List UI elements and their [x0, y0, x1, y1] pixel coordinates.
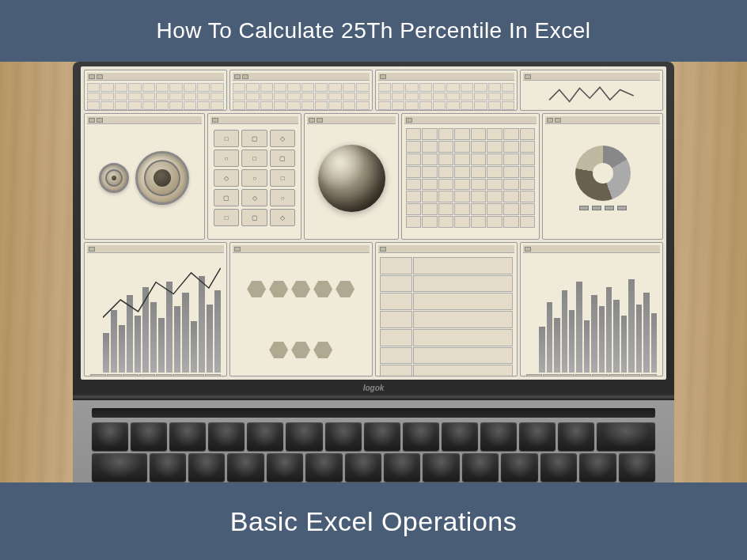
dial-panel	[84, 113, 205, 240]
donut-chart-panel	[542, 113, 663, 240]
top-banner: How To Calculate 25Th Percentile In Exce…	[0, 0, 747, 62]
gauge-dial-icon	[99, 163, 129, 193]
category-title: Basic Excel Operations	[230, 506, 518, 537]
bar-chart-panel	[520, 242, 663, 376]
globe-panel	[304, 113, 398, 240]
dashboard-row-bottom	[84, 242, 663, 376]
laptop-screen-bezel: □▢◇ ○□▢ ◇○□ ▢◇○ □▢◇	[73, 62, 674, 394]
button-grid-panel: □▢◇ ○□▢ ◇○□ ▢◇○ □▢◇	[207, 113, 301, 240]
laptop-screen-dashboard: □▢◇ ○□▢ ◇○□ ▢◇○ □▢◇	[81, 66, 666, 380]
laptop-hinge	[73, 394, 674, 400]
donut-chart-icon	[575, 146, 631, 201]
gauge-dial-icon	[135, 151, 189, 205]
mini-panel	[84, 70, 227, 111]
touch-bar	[92, 408, 655, 418]
dashboard-row-top	[84, 70, 663, 111]
globe-icon	[318, 145, 385, 212]
laptop-illustration: □▢◇ ○□▢ ◇○□ ▢◇○ □▢◇	[73, 62, 674, 527]
bottom-banner: Basic Excel Operations	[0, 482, 747, 560]
mini-panel	[229, 70, 373, 111]
page-title: How To Calculate 25Th Percentile In Exce…	[156, 18, 590, 44]
list-table-panel	[375, 242, 518, 376]
data-table-panel	[401, 113, 540, 240]
mini-sparkline-panel	[520, 70, 663, 111]
dashboard-row-middle: □▢◇ ○□▢ ◇○□ ▢◇○ □▢◇	[84, 113, 663, 240]
mini-panel	[375, 70, 518, 111]
laptop-brand-text: logok	[363, 384, 385, 392]
bar-line-chart-panel	[84, 242, 227, 376]
hex-shapes-panel	[229, 242, 373, 376]
